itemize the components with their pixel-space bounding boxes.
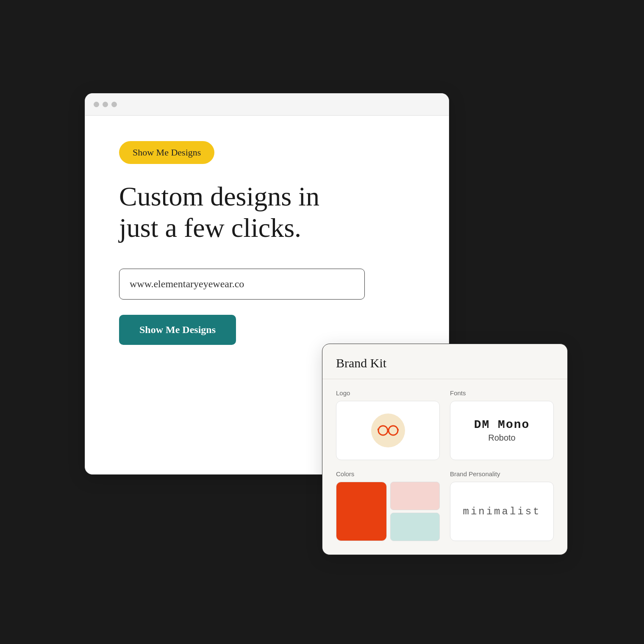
brand-kit-header: Brand Kit [322, 344, 567, 379]
traffic-dot-2 [103, 102, 108, 107]
traffic-dot-1 [94, 102, 99, 107]
font-secondary-name: Roboto [488, 433, 516, 443]
brand-kit-personality-section: Brand Personality minimalist [450, 470, 554, 541]
brand-kit-fonts-section: Fonts DM Mono Roboto [450, 389, 554, 460]
scene: Show Me Designs Custom designs in just a… [68, 68, 576, 576]
color-swatch-pink [390, 482, 440, 510]
logo-label: Logo [336, 389, 440, 397]
brand-kit-title: Brand Kit [336, 356, 386, 370]
colors-label: Colors [336, 470, 440, 477]
show-me-designs-teal-button[interactable]: Show Me Designs [119, 315, 236, 345]
logo-box [336, 401, 440, 460]
color-swatch-light-teal [390, 513, 440, 541]
traffic-dot-3 [111, 102, 117, 107]
brand-kit-logo-section: Logo [336, 389, 440, 460]
brand-kit-card: Brand Kit Logo [322, 344, 568, 555]
color-swatches-right [390, 482, 440, 541]
url-input-wrapper: www.elementaryeyewear.co [119, 269, 365, 300]
logo-icon-circle [371, 414, 405, 447]
browser-titlebar [85, 94, 449, 116]
color-swatch-orange [336, 482, 387, 541]
svg-point-0 [378, 426, 388, 435]
brand-kit-colors-section: Colors [336, 470, 440, 541]
personality-value: minimalist [463, 506, 541, 517]
personality-label: Brand Personality [450, 470, 554, 477]
glasses-icon [378, 425, 399, 436]
url-input-value[interactable]: www.elementaryeyewear.co [130, 278, 244, 289]
svg-point-1 [389, 426, 398, 435]
fonts-label: Fonts [450, 389, 554, 397]
font-primary-name: DM Mono [474, 418, 530, 431]
headline-text: Custom designs in just a few clicks. [119, 181, 331, 243]
colors-container [336, 482, 440, 541]
brand-kit-body: Logo Fonts [322, 379, 567, 555]
personality-box: minimalist [450, 482, 554, 541]
show-me-designs-yellow-button[interactable]: Show Me Designs [119, 141, 214, 164]
browser-content: Show Me Designs Custom designs in just a… [85, 116, 449, 370]
fonts-box: DM Mono Roboto [450, 401, 554, 460]
